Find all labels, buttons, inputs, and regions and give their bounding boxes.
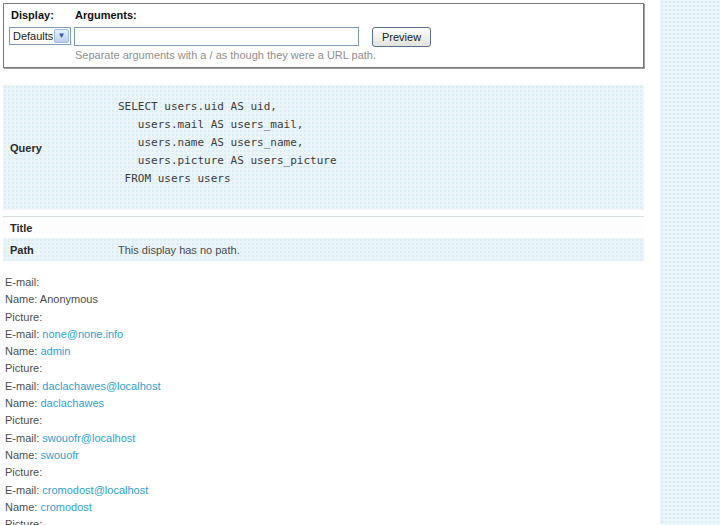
result-label: E-mail: <box>5 276 39 288</box>
result-row: E-mail: cromodost@localhost <box>5 482 645 499</box>
arguments-label: Arguments: <box>75 9 137 21</box>
path-row-value: This display has no path. <box>118 244 240 256</box>
result-label: E-mail: <box>5 380 39 392</box>
result-value[interactable]: daclachawes@localhost <box>42 380 160 392</box>
result-row: E-mail: daclachawes@localhost <box>5 378 645 395</box>
title-row: Title <box>3 216 644 238</box>
result-label: Picture: <box>5 414 42 426</box>
result-row: Picture: <box>5 412 645 429</box>
result-label: Name: <box>5 449 37 461</box>
query-sql-text: SELECT users.uid AS uid, users.mail AS u… <box>118 98 337 188</box>
result-row: Picture: <box>5 360 645 377</box>
result-label: Picture: <box>5 518 42 525</box>
display-select-value: Defaults <box>10 30 53 42</box>
display-select[interactable]: Defaults ▼ <box>9 27 71 45</box>
path-row-label: Path <box>3 244 118 256</box>
result-value[interactable]: admin <box>40 345 70 357</box>
result-row: E-mail: swouofr@localhost <box>5 430 645 447</box>
display-label: Display: <box>11 9 54 21</box>
result-value[interactable]: daclachawes <box>40 397 104 409</box>
result-row: E-mail: none@none.info <box>5 326 645 343</box>
result-row: Picture: <box>5 516 645 525</box>
result-value[interactable]: none@none.info <box>42 328 123 340</box>
result-row: Name: cromodost <box>5 499 645 516</box>
page-background-band <box>660 0 720 525</box>
result-value[interactable]: swouofr@localhost <box>42 432 135 444</box>
path-row: Path This display has no path. <box>3 238 644 261</box>
result-label: Name: <box>5 501 37 513</box>
query-row-label: Query <box>3 85 118 210</box>
result-row: Name: swouofr <box>5 447 645 464</box>
result-row: Name: Anonymous <box>5 291 645 308</box>
result-label: Name: <box>5 293 37 305</box>
result-label: Name: <box>5 345 37 357</box>
result-value: Anonymous <box>40 293 98 305</box>
result-value[interactable]: cromodost@localhost <box>42 484 148 496</box>
result-label: Picture: <box>5 466 42 478</box>
result-value[interactable]: swouofr <box>40 449 79 461</box>
result-row: Name: admin <box>5 343 645 360</box>
result-label: Name: <box>5 397 37 409</box>
result-value[interactable]: cromodost <box>40 501 91 513</box>
chevron-down-icon: ▼ <box>54 29 69 43</box>
result-row: Name: daclachawes <box>5 395 645 412</box>
arguments-help-text: Separate arguments with a / as though th… <box>75 49 376 61</box>
arguments-input[interactable] <box>74 27 359 46</box>
result-label: E-mail: <box>5 484 39 496</box>
preview-form-panel: Display: Defaults ▼ Arguments: Preview S… <box>3 3 644 68</box>
preview-button[interactable]: Preview <box>372 27 431 47</box>
view-info-table: Query SELECT users.uid AS uid, users.mai… <box>3 85 644 261</box>
result-row: Picture: <box>5 464 645 481</box>
result-row: E-mail: <box>5 274 645 291</box>
result-row: Picture: <box>5 309 645 326</box>
title-row-label: Title <box>3 222 118 234</box>
results-list: E-mail: Name: Anonymous Picture: E-mail:… <box>5 274 645 525</box>
result-label: E-mail: <box>5 328 39 340</box>
result-label: Picture: <box>5 311 42 323</box>
query-row: Query SELECT users.uid AS uid, users.mai… <box>3 85 644 210</box>
result-label: Picture: <box>5 362 42 374</box>
result-label: E-mail: <box>5 432 39 444</box>
